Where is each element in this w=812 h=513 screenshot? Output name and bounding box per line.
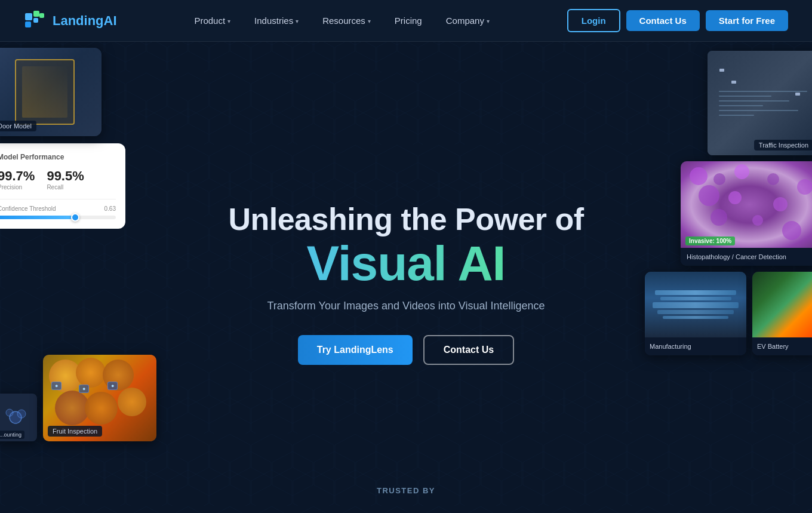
navbar: LandingAI Product ▾ Industries ▾ Resourc… (0, 0, 812, 42)
nav-item-industries[interactable]: Industries ▾ (245, 11, 308, 30)
precision-value: 99.7% (0, 168, 35, 184)
hero-title-line2: Visual AI (228, 238, 583, 289)
recall-label: Recall (47, 184, 84, 191)
svg-rect-1 (33, 11, 39, 17)
traffic-card: Traffic Inspection (708, 51, 812, 155)
manufacturing-card: Manufacturing (645, 272, 746, 355)
svg-point-11 (6, 409, 13, 416)
vehicle-2 (731, 81, 736, 84)
confidence-threshold-label: Confidence Threshold 0.63 (0, 205, 116, 212)
confidence-fill (0, 216, 72, 219)
door-model-card: Door Model (0, 48, 102, 136)
fruit-tag-3: ● (107, 382, 118, 390)
mfg-stripe-3 (653, 302, 739, 308)
histo-image: Invasive: 100% (681, 161, 812, 248)
nav-links: Product ▾ Industries ▾ Resources ▾ Prici… (117, 11, 567, 30)
divider (0, 199, 116, 199)
mfg-footer: Manufacturing (645, 337, 746, 355)
try-landinglens-button[interactable]: Try LandingLens (298, 335, 413, 365)
perf-title: Model Performance (0, 153, 116, 161)
histo-dot-10 (767, 173, 779, 185)
svg-rect-4 (39, 13, 44, 18)
traffic-line-5 (719, 110, 798, 111)
bottom-left-cards: ...ounting ● ● ● Fruit Inspection (0, 355, 156, 441)
fruit-blob-5 (85, 392, 118, 425)
login-button[interactable]: Login (567, 9, 620, 32)
precision-label: Precision (0, 184, 35, 191)
mfg-stripe-4 (657, 310, 734, 314)
fruit-tag-1: ● (51, 382, 61, 390)
start-for-free-button[interactable]: Start for Free (706, 10, 788, 31)
chevron-down-icon: ▾ (227, 18, 230, 24)
door-detection-box (15, 59, 75, 125)
left-panels: Door Model Model Performance 99.7% Preci… (0, 48, 125, 229)
svg-point-12 (17, 410, 26, 418)
recall-value: 99.5% (47, 168, 84, 184)
histo-dot-2 (713, 173, 725, 185)
histo-dot-11 (797, 179, 812, 195)
nav-item-pricing[interactable]: Pricing (385, 11, 432, 30)
chevron-down-icon: ▾ (296, 18, 299, 24)
door-model-label: Door Model (0, 121, 36, 131)
trusted-by-label: TRUSTED BY (377, 486, 435, 495)
counting-card: ...ounting (0, 394, 37, 441)
histo-footer: Histopathology / Cancer Detection (681, 248, 812, 266)
fruit-blob-2 (76, 358, 106, 388)
logo[interactable]: LandingAI (24, 10, 117, 32)
mfg-stripe-2 (660, 297, 731, 300)
hero-title-line1: Unleashing the Power of (228, 202, 583, 238)
model-performance-card: Model Performance 99.7% Precision 99.5% … (0, 143, 125, 229)
vehicle-3 (795, 93, 800, 96)
nav-item-company[interactable]: Company ▾ (436, 11, 499, 30)
counting-label: ...ounting (0, 431, 24, 439)
histo-dot-4 (699, 185, 719, 206)
right-panels: Traffic Inspection Invasive: 1 (645, 51, 812, 355)
nav-actions: Login Contact Us Start for Free (567, 9, 788, 32)
traffic-line-4 (719, 105, 763, 106)
precision-metric: 99.7% Precision (0, 168, 35, 191)
bottom-right-cards: Manufacturing EV Battery (645, 272, 812, 355)
chevron-down-icon: ▾ (487, 18, 490, 24)
fruit-blob-6 (118, 388, 146, 416)
histo-dot-6 (710, 209, 727, 226)
traffic-line-3 (719, 100, 789, 102)
hero-buttons: Try LandingLens Contact Us (228, 335, 583, 365)
ev-battery-card: EV Battery (752, 272, 812, 355)
mfg-stripe-5 (663, 316, 729, 319)
chevron-down-icon: ▾ (368, 18, 371, 24)
histo-dots (681, 161, 812, 248)
histo-dot-5 (728, 191, 742, 204)
svg-rect-3 (33, 18, 38, 23)
mfg-image (645, 272, 746, 337)
svg-rect-2 (25, 21, 31, 27)
ev-footer: EV Battery (752, 337, 812, 355)
vehicle-1 (719, 69, 724, 72)
histo-dot-1 (690, 167, 708, 185)
nav-item-product[interactable]: Product ▾ (184, 11, 240, 30)
fruit-tag-2: ● (79, 385, 89, 393)
contact-us-button[interactable]: Contact Us (626, 10, 700, 31)
histopathology-card: Invasive: 100% Histopathology / Cancer D… (681, 161, 812, 266)
confidence-thumb[interactable] (71, 213, 79, 222)
nav-item-resources[interactable]: Resources ▾ (313, 11, 380, 30)
histo-dot-9 (773, 197, 788, 211)
logo-icon (24, 10, 47, 32)
traffic-line-6 (719, 115, 754, 116)
traffic-line-1 (719, 91, 807, 92)
confidence-bar (0, 216, 116, 219)
hero-section: Door Model Model Performance 99.7% Preci… (0, 0, 812, 513)
traffic-line-2 (719, 96, 772, 97)
counting-icon (4, 406, 27, 429)
ev-image (752, 272, 812, 337)
histo-dot-8 (782, 221, 801, 240)
traffic-lines (719, 91, 807, 116)
histo-dot-7 (752, 215, 763, 226)
logo-text: LandingAI (53, 13, 117, 29)
histo-invasive-badge: Invasive: 100% (685, 236, 735, 245)
fruit-label: Fruit Inspection (48, 426, 102, 437)
svg-rect-0 (25, 13, 32, 20)
mfg-stripe-1 (655, 290, 736, 295)
traffic-label: Traffic Inspection (754, 140, 812, 150)
hero-content: Unleashing the Power of Visual AI Transf… (216, 202, 595, 365)
contact-us-hero-button[interactable]: Contact Us (423, 335, 514, 365)
